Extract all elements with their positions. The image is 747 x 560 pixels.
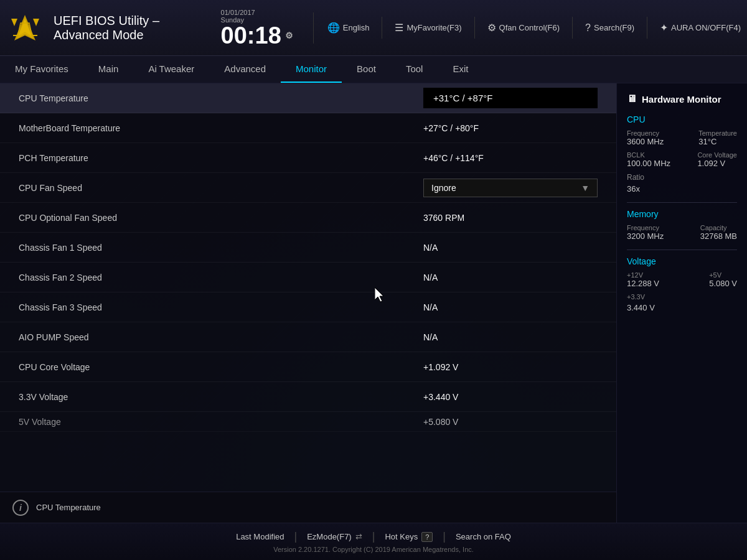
- cpu-freq-temp-row: Frequency 3600 MHz Temperature 31°C: [627, 129, 737, 146]
- nav-monitor[interactable]: Monitor: [281, 56, 342, 83]
- 5v-voltage-value: +5.080 V: [423, 417, 598, 427]
- cpu-bclk-value: 100.00 MHz: [627, 159, 670, 168]
- ezmode-label: EzMode(F7): [307, 532, 352, 541]
- cpu-opt-fan-label: CPU Optional Fan Speed: [19, 213, 423, 223]
- time-block: 01/01/2017Sunday 00:18 ⚙: [221, 9, 293, 47]
- sidebar-cpu-section: CPU Frequency 3600 MHz Temperature 31°C …: [627, 114, 737, 194]
- hotkeys-badge: ?: [421, 532, 433, 542]
- sidebar-divider-1: [627, 202, 737, 203]
- cpu-bclk-voltage-row: BCLK 100.00 MHz Core Voltage 1.092 V: [627, 151, 737, 168]
- 33v-voltage-label: 3.3V Voltage: [19, 392, 423, 402]
- table-row[interactable]: Chassis Fan 1 Speed N/A: [0, 233, 616, 263]
- 33v-voltage-value: +3.440 V: [423, 392, 598, 402]
- cpu-temp-display: +31°C / +87°F: [423, 88, 598, 108]
- menu-icon: ☰: [395, 22, 403, 34]
- content-area: CPU Temperature +31°C / +87°F MotherBoar…: [0, 83, 616, 523]
- table-row[interactable]: CPU Optional Fan Speed 3760 RPM: [0, 203, 616, 233]
- cpu-temperature-label: CPU Temperature: [19, 93, 423, 103]
- memory-capacity-value: 32768 MB: [700, 231, 737, 241]
- pch-temperature-value: +46°C / +114°F: [423, 153, 598, 163]
- cpu-core-voltage-label: Core Voltage: [697, 151, 737, 159]
- header-divider: [313, 12, 314, 44]
- ezmode-button[interactable]: EzMode(F7) ⇄: [297, 532, 372, 541]
- cpu-voltage-value: +1.092 V: [423, 362, 598, 372]
- fan-icon: ⚙: [487, 22, 496, 34]
- cpu-frequency-item: Frequency 3600 MHz: [627, 129, 664, 146]
- table-row[interactable]: CPU Fan Speed Ignore ▼: [0, 173, 616, 203]
- myfavorite-action[interactable]: ☰ MyFavorite(F3): [395, 22, 461, 34]
- time-settings-icon[interactable]: ⚙: [285, 31, 293, 40]
- voltage-5v-value: 5.080 V: [709, 279, 737, 288]
- header: UEFI BIOS Utility – Advanced Mode 01/01/…: [0, 0, 747, 56]
- table-row[interactable]: 5V Voltage +5.080 V: [0, 412, 616, 432]
- info-text: CPU Temperature: [36, 503, 101, 512]
- nav-tool[interactable]: Tool: [391, 56, 438, 83]
- last-modified-label: Last Modified: [236, 532, 284, 541]
- qfan-action[interactable]: ⚙ Qfan Control(F6): [487, 22, 560, 34]
- action-divider-3: [572, 17, 573, 39]
- voltage-33v-value: 3.440 V: [627, 303, 655, 312]
- cpu-temp-item: Temperature 31°C: [698, 129, 737, 146]
- nav-bar: My Favorites Main Ai Tweaker Advanced Mo…: [0, 56, 747, 83]
- cpu-opt-fan-value: 3760 RPM: [423, 213, 598, 223]
- table-row[interactable]: PCH Temperature +46°C / +114°F: [0, 143, 616, 173]
- action-divider-1: [382, 17, 382, 39]
- nav-my-favorites[interactable]: My Favorites: [0, 56, 83, 83]
- hotkeys-label: Hot Keys: [385, 532, 418, 541]
- voltage-12v-label: +12V: [627, 271, 659, 279]
- sidebar-cpu-title: CPU: [627, 114, 737, 124]
- cpu-frequency-value: 3600 MHz: [627, 137, 664, 146]
- search-action[interactable]: ? Search(F9): [585, 22, 634, 34]
- cpu-fan-dropdown[interactable]: Ignore ▼: [423, 179, 598, 197]
- nav-exit[interactable]: Exit: [438, 56, 483, 83]
- cpu-ratio-row: Ratio: [627, 173, 737, 182]
- memory-frequency-item: Frequency 3200 MHz: [627, 224, 664, 241]
- memory-capacity-label: Capacity: [700, 224, 737, 231]
- dropdown-arrow-icon: ▼: [581, 183, 590, 193]
- table-row[interactable]: Chassis Fan 2 Speed N/A: [0, 263, 616, 292]
- table-row[interactable]: CPU Core Voltage +1.092 V: [0, 352, 616, 382]
- cpu-temp-value: 31°C: [698, 137, 737, 146]
- english-action[interactable]: 🌐 English: [327, 22, 370, 34]
- nav-main[interactable]: Main: [83, 56, 134, 83]
- voltage-5v-label: +5V: [709, 271, 737, 279]
- action-divider-2: [474, 17, 475, 39]
- qfan-label: Qfan Control(F6): [499, 23, 560, 32]
- date-display: 01/01/2017Sunday: [221, 9, 293, 24]
- voltage-5v-item: +5V 5.080 V: [709, 271, 737, 288]
- sidebar-voltage-title: Voltage: [627, 256, 737, 266]
- cpu-fan-value: Ignore ▼: [423, 179, 598, 197]
- mb-temperature-value: +27°C / +80°F: [423, 123, 598, 133]
- nav-advanced[interactable]: Advanced: [209, 56, 281, 83]
- ezmode-icon: ⇄: [355, 532, 362, 541]
- table-row[interactable]: AIO PUMP Speed N/A: [0, 322, 616, 352]
- cpu-temp-label: Temperature: [698, 129, 737, 137]
- globe-icon: 🌐: [327, 22, 340, 34]
- voltage-12v-value: 12.288 V: [627, 279, 659, 288]
- table-row[interactable]: CPU Temperature +31°C / +87°F: [0, 83, 616, 113]
- memory-frequency-value: 3200 MHz: [627, 231, 664, 241]
- last-modified-button[interactable]: Last Modified: [226, 532, 294, 541]
- voltage-33v-value-row: 3.440 V: [627, 303, 737, 312]
- cpu-bclk-label: BCLK: [627, 151, 670, 159]
- aura-label: AURA ON/OFF(F4): [671, 23, 741, 32]
- aura-action[interactable]: ✦ AURA ON/OFF(F4): [660, 22, 741, 34]
- nav-ai-tweaker[interactable]: Ai Tweaker: [133, 56, 209, 83]
- myfavorite-label: MyFavorite(F3): [406, 23, 461, 32]
- time-display: 00:18 ⚙: [221, 24, 293, 47]
- cpu-fan-label: CPU Fan Speed: [19, 183, 423, 193]
- search-faq-button[interactable]: Search on FAQ: [446, 532, 521, 541]
- cpu-ratio-value: 36x: [627, 184, 640, 194]
- table-row[interactable]: MotherBoard Temperature +27°C / +80°F: [0, 113, 616, 143]
- search-faq-label: Search on FAQ: [456, 532, 511, 541]
- nav-boot[interactable]: Boot: [342, 56, 391, 83]
- asus-logo: [6, 9, 44, 47]
- table-row[interactable]: 3.3V Voltage +3.440 V: [0, 382, 616, 412]
- cpu-ratio-label: Ratio: [627, 173, 644, 182]
- settings-table: CPU Temperature +31°C / +87°F MotherBoar…: [0, 83, 616, 492]
- hotkeys-button[interactable]: Hot Keys ?: [375, 532, 443, 542]
- footer-actions: Last Modified | EzMode(F7) ⇄ | Hot Keys …: [226, 530, 521, 543]
- table-row[interactable]: Chassis Fan 3 Speed N/A: [0, 292, 616, 322]
- chassis-fan2-label: Chassis Fan 2 Speed: [19, 273, 423, 282]
- copyright-text: Version 2.20.1271. Copyright (C) 2019 Am…: [273, 546, 474, 553]
